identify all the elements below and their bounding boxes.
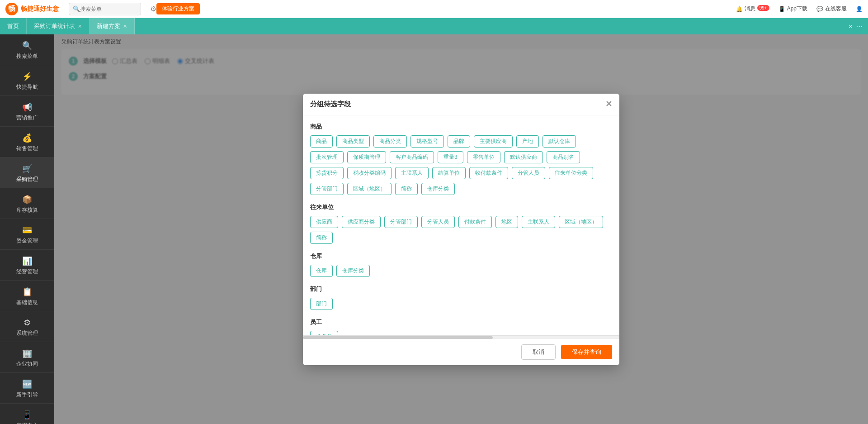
chip-weight3[interactable]: 重量3 [438,151,463,163]
nav-tab-end: ✕ ⋯ [843,18,868,34]
chip-dept[interactable]: 分管部门 [384,216,418,228]
chip-warehouse-category[interactable]: 仓库分类 [421,183,455,195]
sidebar-item-sales[interactable]: 💰 销售管理 [0,127,54,157]
online-service-icon: 💬 [816,6,823,12]
purchase-icon: 🛒 [22,164,32,174]
chip-area[interactable]: 地区 [495,216,518,228]
chip-default-supplier[interactable]: 默认供应商 [504,151,543,163]
chip-pay-terms[interactable]: 付款条件 [458,216,492,228]
sidebar-item-quick-nav[interactable]: ⚡ 快捷导航 [0,65,54,96]
tab-home[interactable]: 首页 [0,18,27,34]
search-input-wrap[interactable]: 🔍 [69,3,141,15]
chip-main-contact2[interactable]: 主联系人 [522,216,555,228]
chip-expiry-mgmt[interactable]: 保质期管理 [347,151,386,163]
chip-supplier-category[interactable]: 供应商分类 [342,216,381,228]
notification-item[interactable]: 🔔 消息 99+ [736,5,769,13]
chip-partner-category[interactable]: 往来单位分类 [549,167,593,179]
chip-default-warehouse[interactable]: 默认仓库 [542,135,576,148]
chip-abbrev2[interactable]: 简称 [310,232,333,244]
app-download-icon: 📱 [778,6,785,12]
tab-new-plan[interactable]: 新建方案 ✕ [90,18,135,34]
sidebar-item-app-center[interactable]: 📱 应用中心 [0,404,54,424]
section-warehouse-title: 仓库 [310,252,612,260]
tab-new-plan-close[interactable]: ✕ [123,24,127,29]
chip-region-area[interactable]: 区域（地区） [347,183,392,195]
chip-origin[interactable]: 产地 [516,135,539,148]
sidebar-item-enterprise[interactable]: 🏢 企业协同 [0,342,54,373]
goods-chips: 商品 商品类型 商品分类 规格型号 品牌 主要供应商 产地 默认仓库 批次管理 … [310,135,612,195]
section-partner-title: 往来单位 [310,203,612,211]
search-input[interactable] [80,6,137,12]
marketing-icon: 📢 [22,102,32,112]
nav-close-icon[interactable]: ✕ [848,23,853,30]
sidebar-item-finance[interactable]: 💳 资金管理 [0,219,54,250]
sidebar-label-enterprise: 企业协同 [16,360,38,368]
operation-icon: 📊 [22,256,32,266]
chip-main-contact[interactable]: 主联系人 [395,167,429,179]
chip-retail-unit[interactable]: 零售单位 [467,151,500,163]
cancel-button[interactable]: 取消 [521,344,556,360]
search-bar: 🔍 [69,3,150,15]
chip-goods-alias[interactable]: 商品别名 [547,151,580,163]
sys-mgmt-icon: ⚙ [24,318,31,328]
nav-tabs: 首页 采购订单统计表 ✕ 新建方案 ✕ ✕ ⋯ [0,18,868,34]
dialog-body[interactable]: 商品 商品 商品类型 商品分类 规格型号 品牌 主要供应商 产地 默认仓库 批次… [303,115,619,336]
chip-settlement-unit[interactable]: 结算单位 [432,167,466,179]
app-download-item[interactable]: 📱 App下载 [778,5,807,13]
chip-customer-goods-code[interactable]: 客户商品编码 [390,151,434,163]
chip-region2[interactable]: 区域（地区） [559,216,603,228]
trial-button[interactable]: 体验行业方案 [156,3,200,14]
inventory-icon: 📦 [22,195,32,205]
chip-brand[interactable]: 品牌 [448,135,470,148]
sidebar-item-marketing[interactable]: 📢 营销推广 [0,96,54,127]
dialog: 分组待选字段 ✕ 商品 商品 商品类型 商品分类 规格型号 品牌 主要供应商 [303,94,619,365]
chip-goods-type[interactable]: 商品类型 [336,135,370,148]
search-icon: 🔍 [73,5,80,12]
section-department: 部门 部门 [310,285,612,310]
avatar[interactable]: 👤 [856,6,863,12]
guide-icon: 🆕 [22,379,32,389]
sidebar-item-sys-mgmt[interactable]: ⚙ 系统管理 [0,311,54,342]
sidebar-item-inventory[interactable]: 📦 库存核算 [0,188,54,219]
dialog-footer: 取消 保存并查询 [303,338,619,365]
sidebar-label-purchase: 采购管理 [16,176,38,183]
gear-button[interactable]: ⚙ [150,5,156,13]
sidebar-item-operation[interactable]: 📊 经营管理 [0,250,54,281]
online-service-item[interactable]: 💬 在线客服 [816,5,847,13]
chip-tax-code[interactable]: 税收分类编码 [347,167,392,179]
chip-spec-model[interactable]: 规格型号 [410,135,444,148]
confirm-button[interactable]: 保存并查询 [561,345,612,359]
sidebar-label-guide: 新手引导 [16,391,38,399]
logo-icon: 畅 [5,3,18,15]
sidebar-item-search[interactable]: 🔍 搜索菜单 [0,34,54,65]
chip-goods-category[interactable]: 商品分类 [373,135,407,148]
sidebar-label-app-center: 应用中心 [16,422,38,424]
chip-goods[interactable]: 商品 [310,135,333,148]
chip-person[interactable]: 分管人员 [421,216,455,228]
chip-supplier[interactable]: 供应商 [310,216,338,228]
chip-salesperson[interactable]: 业务员 [310,331,338,336]
chip-abbrev[interactable]: 简称 [395,183,418,195]
chip-department[interactable]: 部门 [310,298,333,310]
sidebar-item-base-info[interactable]: 📋 基础信息 [0,281,54,311]
chip-dept-manage[interactable]: 分管部门 [310,183,344,195]
chip-warehouse-cat[interactable]: 仓库分类 [336,265,370,277]
chip-warehouse[interactable]: 仓库 [310,265,333,277]
nav-expand-icon[interactable]: ⋯ [857,23,863,30]
chip-payment-terms[interactable]: 收付款条件 [469,167,508,179]
sidebar-item-guide[interactable]: 🆕 新手引导 [0,373,54,404]
dialog-scrollbar-horizontal[interactable] [303,335,619,338]
sidebar-item-purchase[interactable]: 🛒 采购管理 [0,157,54,188]
chip-pick-score[interactable]: 拣货积分 [310,167,344,179]
notification-icon: 🔔 [736,6,743,12]
tab-purchase-stats-close[interactable]: ✕ [78,24,82,29]
top-right: 🔔 消息 99+ 📱 App下载 💬 在线客服 👤 [736,5,863,13]
main-layout: 🔍 搜索菜单 ⚡ 快捷导航 📢 营销推广 💰 销售管理 🛒 采购管理 📦 库存核… [0,34,868,424]
tab-purchase-stats[interactable]: 采购订单统计表 ✕ [27,18,90,34]
dialog-close-button[interactable]: ✕ [605,100,612,108]
chip-main-supplier[interactable]: 主要供应商 [474,135,513,148]
chip-batch-mgmt[interactable]: 批次管理 [310,151,344,163]
chip-supervisor[interactable]: 分管人员 [512,167,545,179]
section-emp-title: 员工 [310,318,612,326]
finance-icon: 💳 [22,225,32,235]
